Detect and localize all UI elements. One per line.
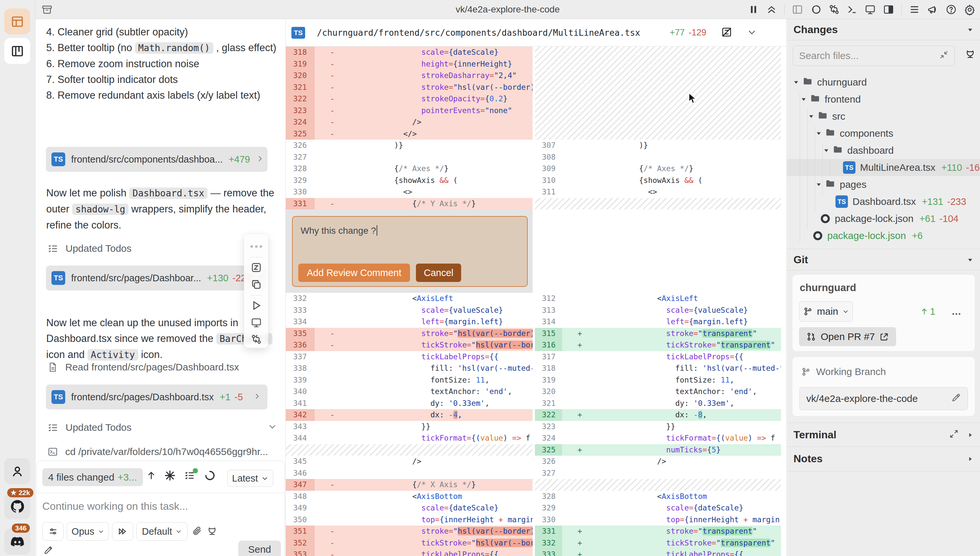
menu-icon[interactable] bbox=[909, 4, 920, 15]
deleted-line: 336- tickStroke="hsl(var(--border))" bbox=[286, 339, 533, 351]
expand-icon[interactable] bbox=[949, 429, 958, 441]
panel-right-icon[interactable] bbox=[883, 4, 894, 15]
git-section-header[interactable]: Git bbox=[787, 249, 980, 270]
tree-folder-churnguard[interactable]: churnguard bbox=[787, 74, 980, 91]
indent-guide bbox=[822, 144, 823, 196]
folder-icon bbox=[825, 128, 835, 140]
chevron-right-icon bbox=[253, 391, 261, 402]
fast-forward-button[interactable] bbox=[112, 522, 133, 541]
open-in-zed-icon[interactable] bbox=[721, 27, 732, 39]
tree-file-package-lock.json[interactable]: package-lock.json+61-104 bbox=[787, 210, 980, 227]
terminal-section-header[interactable]: Terminal bbox=[787, 423, 980, 446]
working-branch-input[interactable]: vk/4e2a-explore-the-code bbox=[799, 387, 968, 410]
more-options-icon[interactable]: … bbox=[951, 306, 962, 317]
context-line: 328 <AxisBottom bbox=[535, 491, 781, 503]
chevrons-up-icon[interactable] bbox=[766, 4, 777, 15]
expand-triangle-icon[interactable] bbox=[801, 96, 807, 103]
expand-triangle-icon[interactable] bbox=[793, 79, 799, 86]
list-item: 7. Softer tooltip indicator dots bbox=[46, 72, 279, 87]
paperclip-icon[interactable] bbox=[192, 526, 202, 537]
mode-select[interactable]: Default bbox=[136, 522, 187, 541]
model-select[interactable]: Opus bbox=[67, 522, 109, 541]
expand-triangle-icon[interactable] bbox=[808, 113, 814, 120]
files-changed-chip[interactable]: 4 files changed+3... bbox=[42, 468, 143, 486]
tree-file-Dashboard.tsx[interactable]: TSDashboard.tsx+131-233 bbox=[787, 193, 980, 210]
tree-file-package-lock.json[interactable]: package-lock.json+6 bbox=[787, 227, 980, 244]
rail-button-person[interactable] bbox=[4, 458, 30, 484]
add-review-comment-button[interactable]: Add Review Comment bbox=[298, 263, 410, 282]
tree-file-MultiLineArea.tsx[interactable]: TSMultiLineArea.tsx+110-162 bbox=[787, 159, 980, 176]
expand-triangle-icon[interactable] bbox=[823, 147, 830, 154]
context-line: 312 <AxisLeft bbox=[535, 293, 781, 305]
empty-diff-region bbox=[535, 198, 781, 210]
left-rail: ★ 22k346 bbox=[0, 0, 36, 556]
tree-folder-frontend[interactable]: frontend bbox=[787, 91, 980, 108]
tree-folder-components[interactable]: components bbox=[787, 125, 980, 142]
github-cat-icon[interactable] bbox=[965, 49, 975, 61]
chevron-right-icon bbox=[967, 453, 974, 465]
chevron-down-icon bbox=[98, 528, 104, 535]
collapse-diff-icon[interactable] bbox=[747, 27, 757, 38]
cancel-button[interactable]: Cancel bbox=[416, 263, 461, 282]
github-cat-icon[interactable] bbox=[207, 526, 217, 538]
branch-select[interactable]: main bbox=[799, 301, 853, 322]
expand-triangle-icon[interactable] bbox=[815, 181, 822, 188]
json-file-icon bbox=[813, 231, 823, 241]
file-change-chip[interactable]: TSfrontend/src/components/dashboa...+479 bbox=[46, 147, 268, 172]
preview-icon[interactable] bbox=[251, 314, 262, 331]
theme-icon[interactable] bbox=[810, 4, 821, 15]
list-item: 5. Better tooltip (no Math.random() , gl… bbox=[46, 40, 279, 56]
pencil-icon[interactable] bbox=[951, 393, 961, 405]
badge: 346 bbox=[12, 524, 30, 533]
pause-icon[interactable] bbox=[748, 4, 759, 15]
scroll-up-button[interactable] bbox=[146, 470, 157, 481]
context-line: 321 dy: '0.33em', bbox=[535, 398, 781, 409]
updated-todos-row[interactable]: Updated Todos bbox=[47, 241, 277, 256]
folder-icon bbox=[818, 110, 828, 123]
chat-paragraph: Now let me polish Dashboard.tsx — remove… bbox=[46, 185, 279, 233]
terminal-sq-icon bbox=[47, 446, 58, 457]
settings-icon[interactable] bbox=[964, 4, 975, 15]
rail-button-layout[interactable] bbox=[4, 8, 30, 34]
megaphone-icon[interactable] bbox=[927, 4, 938, 15]
open-in-zed-icon[interactable] bbox=[251, 259, 262, 276]
composer-settings-button[interactable] bbox=[42, 522, 64, 541]
terminal-command-row[interactable]: cd /private/var/folders/10/h7w0q46556ggr… bbox=[47, 444, 277, 460]
copy-icon[interactable] bbox=[251, 276, 262, 293]
read-file-row[interactable]: Read frontend/src/pages/Dashboard.tsx bbox=[47, 359, 277, 375]
git-compare-icon[interactable] bbox=[251, 331, 262, 348]
tree-folder-pages[interactable]: pages bbox=[787, 176, 980, 193]
context-line: 344 tickFormat={(value) => f bbox=[286, 432, 533, 444]
context-line: 330 top={innerHeight + margin.top} bbox=[535, 514, 781, 526]
run-icon[interactable] bbox=[250, 297, 262, 314]
composer-input[interactable]: Continue working on this task... bbox=[42, 500, 188, 512]
file-change-chip[interactable]: TSfrontend/src/pages/Dashboar...+130-223 bbox=[46, 265, 268, 291]
spark-button[interactable] bbox=[165, 470, 175, 481]
help-icon[interactable] bbox=[946, 4, 957, 15]
highlighter-icon[interactable] bbox=[44, 545, 55, 555]
file-change-chip[interactable]: TSfrontend/src/pages/Dashboard.tsx+1-5 bbox=[46, 385, 268, 409]
panel-left-icon[interactable] bbox=[792, 4, 803, 15]
tree-folder-dashboard[interactable]: dashboard bbox=[787, 142, 980, 159]
updated-todos-row[interactable]: Updated Todos bbox=[47, 420, 277, 435]
changes-section-header[interactable]: Changes bbox=[787, 19, 980, 40]
tree-folder-src[interactable]: src bbox=[787, 108, 980, 125]
notification-dot bbox=[193, 468, 198, 474]
deleted-line: 323- pointerEvents="none" bbox=[286, 105, 533, 117]
comment-input[interactable]: Why this change ? bbox=[300, 225, 377, 236]
terminal-icon[interactable] bbox=[847, 4, 857, 15]
expand-triangle-icon[interactable] bbox=[815, 130, 822, 137]
more-options-icon[interactable] bbox=[250, 238, 263, 255]
monitor-icon[interactable] bbox=[865, 4, 876, 15]
open-pr-button[interactable]: Open PR #7 bbox=[799, 327, 896, 346]
rail-button-kanban[interactable] bbox=[4, 38, 30, 64]
collapse-icon[interactable] bbox=[940, 50, 949, 61]
deleted-line: 347- {/* X Axis */} bbox=[286, 479, 533, 491]
list-item: 8. Remove redundant axis labels (x/y lab… bbox=[46, 87, 279, 103]
git-compare-icon[interactable] bbox=[828, 4, 840, 15]
send-button[interactable]: Send bbox=[238, 541, 281, 556]
search-files-input[interactable]: Search files... bbox=[793, 45, 955, 66]
version-select[interactable]: Latest bbox=[227, 470, 273, 487]
notes-section-header[interactable]: Notes bbox=[787, 447, 980, 470]
loading-spinner[interactable] bbox=[205, 470, 215, 481]
